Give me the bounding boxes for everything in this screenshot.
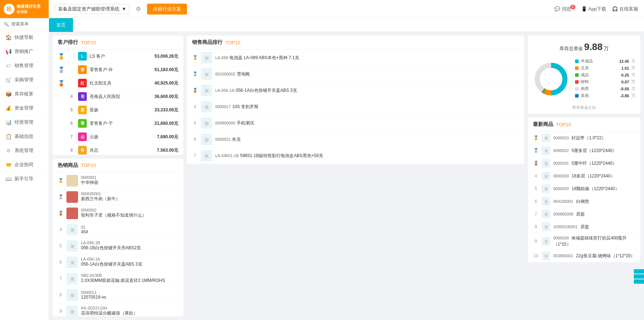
sidebar-item-cooperation[interactable]: 🤝 企业协同 (0, 158, 49, 172)
sold-product-code: LA-056-1A (215, 88, 235, 93)
hot-product-name: 056-1B白色按键开关壳ABS2克 (81, 245, 178, 251)
customer-rank-list: 🥇 L LS 客户 53,006.26元 🥈 零 零售客户-许 51,183.0… (53, 50, 183, 155)
rank-value: 36,600.00元 (155, 94, 178, 100)
new-product-icon: ▣ (542, 222, 550, 231)
sold-product-icon: ▣ (201, 85, 212, 96)
sidebar-item-quick-nav[interactable]: 🏠 快捷导航 (0, 30, 49, 45)
app-download-button[interactable]: 📱 App下载 (581, 6, 606, 12)
left-column: 客户排行 TOP10 🥇 L LS 客户 53,006.26元 🥈 零 零售客户… (53, 36, 183, 316)
legend-item: 半成品 12.45 万 (575, 58, 635, 64)
new-product-code: 003800001 (553, 254, 573, 258)
rank-avatar: 苍 (78, 92, 87, 101)
sidebar-item-guide[interactable]: 📖 新手引导 (0, 172, 49, 186)
legend-unit: 万 (631, 72, 635, 78)
sidebar-item-finance[interactable]: 💰 资金管理 (0, 101, 49, 115)
hot-product-icon: ▣ (66, 289, 78, 301)
headset-icon: 🎧 (612, 6, 618, 12)
hot-product-rank: 🥇 (58, 178, 64, 183)
float-community-button[interactable]: 服务社区 (634, 274, 644, 279)
sales-icon: 🏷 (5, 63, 12, 69)
new-product-icon: ▣ (542, 197, 550, 206)
float-service-button[interactable]: 客服热线 (634, 269, 644, 274)
rank-item: 4 苍 苍南县人民医院 36,600.00元 (53, 90, 183, 103)
tab-home[interactable]: 首页 (49, 18, 73, 32)
search-menu[interactable]: 🔍 搜索菜单 (0, 18, 49, 30)
hot-product-rank: 5 (58, 243, 64, 249)
hot-product-item: 4 ▣ 01 45# (53, 222, 183, 238)
hot-product-info: 000500001 新西兰牛肉（新牛） (81, 192, 178, 202)
online-service-button[interactable]: 🎧 在线客服 (612, 6, 638, 12)
hot-product-info: 01 45# (81, 225, 178, 234)
sidebar-item-marketing[interactable]: 📢 营销推广 (0, 45, 49, 59)
customer-rank-header: 客户排行 TOP10 (53, 36, 183, 50)
sold-products-list: 🥇 ▣ LA-089 电池盖 LA-089 ABS本色+黑种 7.1克 🥈 ▣ … (187, 50, 524, 164)
new-product-rank: 6 (533, 199, 539, 204)
inventory-donut-chart (533, 61, 569, 97)
hot-product-icon: ▣ (66, 224, 78, 235)
rank-value: 53,006.26元 (155, 53, 178, 60)
sidebar-item-purchase[interactable]: 🛒 采购管理 (0, 73, 49, 87)
hot-product-rank: 🥉 (58, 211, 64, 216)
rank-avatar: 红 (78, 79, 87, 87)
sidebar-item-inventory[interactable]: 📦 库存核算 (0, 87, 49, 101)
sidebar-item-sales[interactable]: 🏷 销售管理 (0, 59, 49, 73)
rank-number: 6 (68, 121, 75, 126)
new-product-item: 10 ▣ 003800001 22g鱼豆腐-烧烤味（1*12*20） (528, 250, 640, 262)
rank-name: 苍南县人民医院 (90, 94, 152, 100)
system-selector[interactable]: 装备及固定资产辅助管理系统 ▼ (55, 4, 130, 14)
legend-value: 12.45 (619, 59, 629, 63)
hot-product-icon: ▣ (66, 305, 78, 316)
rank-avatar: 星 (78, 106, 87, 114)
sold-product-name: 夹克 (232, 137, 241, 142)
sold-product-icon: ▣ (201, 134, 212, 145)
rank-name: 肖总 (90, 147, 154, 153)
sidebar-item-system[interactable]: ⚙ 系统管理 (0, 144, 49, 158)
new-product-name: 原盔 (580, 224, 589, 229)
rank-name: 红太阳文具 (90, 80, 152, 86)
new-product-info: 000800008 原盔 (553, 211, 635, 217)
new-product-item: 9 ▣ 0000028 体城荔枝味苏打饮品400毫升（1*15） (528, 233, 640, 250)
hot-product-item: 8 ▣ 0000011 12070519-xs (53, 287, 183, 303)
sold-product-code: LA-089 (215, 56, 228, 60)
new-product-rank: 🥇 (533, 135, 539, 140)
new-product-code: 0000031 (553, 161, 569, 165)
sold-product-rank: 4 (192, 104, 198, 109)
sold-product-info: 0000021 夹克 (215, 136, 519, 143)
sold-products-title: 销售商品排行 (192, 39, 223, 46)
hot-product-item: 🥇 0000001 中华神器 (53, 173, 183, 189)
sidebar-item-operations[interactable]: 📊 经营管理 (0, 115, 49, 130)
sold-product-code: 0000021 (215, 137, 231, 141)
sidebar-item-basic-info[interactable]: 📋 基础信息 (0, 130, 49, 144)
system-icon: ⚙ (5, 148, 12, 153)
hot-product-icon: ▣ (66, 273, 78, 284)
rank-medal-icon: 🥈 (58, 66, 65, 73)
new-product-item: 🥉 ▣ 0000031 5厘中纤（1220*2440） (528, 157, 640, 170)
sold-product-icon: ▣ (201, 101, 212, 112)
sold-product-rank: 6 (192, 137, 198, 142)
customer-rank-title: 客户排行 (58, 39, 78, 46)
hot-product-code: LA-056-1A (81, 257, 178, 261)
hot-product-rank: 7 (58, 276, 64, 281)
try-plan-button[interactable]: 体验行业方案 (147, 4, 187, 15)
hot-product-rank: 9 (58, 309, 64, 314)
hot-product-info: KK-SD22110H 花语萌恒温分蘸罐袋（厚款） (81, 306, 178, 316)
mid-column: 销售商品排行 TOP10 🥇 ▣ LA-089 电池盖 LA-089 ABS本色… (187, 36, 524, 316)
legend-name: 半成品 (581, 58, 617, 64)
sold-product-name: 手机测试 (237, 120, 254, 126)
new-product-info: 0000032 5厘多层（1220*2440） (553, 148, 635, 154)
hot-product-rank: 6 (58, 260, 64, 265)
new-products-top-label: TOP10 (556, 122, 571, 127)
message-button[interactable]: 💬 消息 6 (554, 6, 575, 12)
new-product-info: 0000031 5厘中纤（1220*2440） (553, 160, 635, 167)
rank-value: 7,680.00元 (157, 134, 178, 140)
rank-number: 5 (68, 107, 75, 112)
gear-button[interactable]: ⚙ (133, 4, 143, 14)
float-direct-button[interactable]: 直达 (634, 279, 644, 284)
inventory-chart-area: 半成品 12.45 万 文具 1.01 万 成品 0.25 万 材料 0.07 … (528, 56, 640, 105)
new-product-rank: 9 (533, 239, 539, 244)
hot-product-rank: 🥈 (58, 194, 64, 200)
customer-rank-card: 客户排行 TOP10 🥇 L LS 客户 53,006.26元 🥈 零 零售客户… (53, 36, 183, 155)
new-product-icon: ▣ (542, 237, 550, 246)
hot-product-item: 9 ▣ KK-SD22110H 花语萌恒温分蘸罐袋（厚款） (53, 303, 183, 316)
rank-name: 云扬 (90, 134, 154, 140)
